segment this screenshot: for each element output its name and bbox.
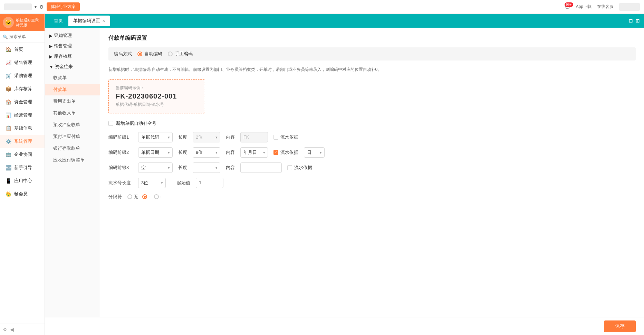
sep-dash-radio[interactable] [154, 194, 159, 199]
sub-menu-expense[interactable]: 费用支出单 [45, 95, 100, 107]
manual-encoding-option[interactable]: 手工编码 [168, 51, 193, 57]
sep-dot-radio[interactable] [142, 194, 147, 199]
save-button[interactable]: 保存 [604, 320, 636, 332]
encoding-type-label: 编码方式 [114, 51, 132, 57]
sub-group-inventory[interactable]: ▶ 库存核算 [45, 51, 100, 62]
sidebar-item-finance[interactable]: 🏠 资金管理 [0, 95, 45, 109]
content2-select[interactable]: 年月日 [240, 147, 268, 158]
tab-minimize-icon[interactable]: ⊟ [629, 18, 633, 24]
top-bar-dropdown[interactable]: ▾ [35, 4, 37, 9]
content1-input[interactable] [240, 132, 268, 142]
message-icon[interactable]: 💬 99+ [565, 4, 570, 9]
sidebar-item-label: 系统管理 [14, 138, 32, 145]
sidebar-item-basic[interactable]: 📋 基础信息 [0, 122, 45, 135]
top-bar-brand [4, 3, 32, 10]
prefix3-select[interactable]: 空 [138, 162, 173, 173]
sidebar-settings-icon[interactable]: ⚙ [3, 327, 7, 332]
sidebar-item-system[interactable]: ⚙️ 系统管理 [0, 135, 45, 148]
sidebar-bottom: ⚙ ◀ [0, 324, 45, 335]
length2-select[interactable]: 8位 [193, 147, 220, 158]
sidebar-item-operation[interactable]: 📊 经营管理 [0, 109, 45, 122]
tab-home[interactable]: 首页 [49, 16, 68, 26]
stream1-row: 流水依据 [273, 134, 298, 140]
tab-close-icon[interactable]: ✕ [102, 19, 105, 23]
tab-bar: 首页 单据编码设置 ✕ ⊟ ⊞ [45, 14, 644, 28]
sub-group-capital[interactable]: ▼ 资金往来 [45, 62, 100, 72]
manual-encoding-radio[interactable] [168, 52, 173, 56]
sub-menu-prepay-pay[interactable]: 预付冲应付单 [45, 131, 100, 142]
stream2-unit-select[interactable]: 日 [304, 147, 325, 158]
stream2-checkbox[interactable]: ✓ [273, 150, 278, 155]
sub-menu-other-income[interactable]: 其他收入单 [45, 107, 100, 119]
serial-length-label: 流水号长度 [108, 180, 133, 186]
sidebar-item-label: 采购管理 [14, 73, 32, 79]
prefix1-select[interactable]: 单据代码 [138, 132, 173, 142]
app-download-link[interactable]: App下载 [576, 4, 592, 10]
sidebar-item-guide[interactable]: 🆕 新手引导 [0, 161, 45, 174]
sep-none-radio[interactable] [127, 194, 132, 199]
arrow-icon: ▼ [49, 64, 54, 69]
prefix2-select[interactable]: 单据日期 [138, 147, 173, 158]
logo-icon: 🐱 [3, 17, 14, 28]
info-text: 新增单据时，'单据编码'自动生成，不可编辑。前缀设置为部门、业务员等档案类，开单… [108, 66, 636, 74]
arrow-icon: ▶ [49, 44, 52, 49]
sales-icon: 📈 [6, 60, 11, 65]
sidebar-item-enterprise[interactable]: 🏢 企业协同 [0, 148, 45, 161]
sub-menu-payment[interactable]: 付款单 [45, 84, 100, 95]
sub-menu-receipt[interactable]: 收款单 [45, 72, 100, 84]
top-bar-left: ▾ ⚙ 体验行业方案 [4, 2, 80, 11]
tab-actions: ⊟ ⊞ [629, 18, 640, 24]
sep-dot-option[interactable]: · [142, 194, 150, 199]
start-value-input[interactable] [196, 178, 223, 188]
logo-text: 畅捷通好生意 标品版 [16, 18, 39, 28]
operation-icon: 📊 [6, 112, 11, 118]
auto-encoding-option[interactable]: 自动编码 [137, 51, 162, 57]
main-area: 首页 单据编码设置 ✕ ⊟ ⊞ ▶ 采购管理 [45, 14, 644, 335]
length1-select[interactable]: 2位 [193, 132, 220, 142]
prefix2-label: 编码前缀2 [108, 149, 133, 156]
length1-label: 长度 [178, 134, 187, 140]
length3-label: 长度 [178, 165, 187, 171]
tab-maximize-icon[interactable]: ⊞ [636, 18, 640, 24]
sub-menu-bank-deposit[interactable]: 银行存取款单 [45, 142, 100, 154]
sub-group-sales[interactable]: ▶ 销售管理 [45, 41, 100, 51]
sidebar-item-label: 销售管理 [14, 59, 32, 66]
sub-menu-ap-adjust[interactable]: 应收应付调整单 [45, 154, 100, 166]
sidebar-item-member[interactable]: 👑 畅会员 [0, 187, 45, 201]
enterprise-icon: 🏢 [6, 152, 11, 157]
length3-select[interactable] [193, 162, 220, 173]
experience-btn[interactable]: 体验行业方案 [47, 2, 80, 11]
content3-input[interactable] [240, 162, 282, 173]
sidebar-collapse-icon[interactable]: ◀ [10, 327, 14, 332]
message-badge: 99+ [565, 2, 573, 7]
stream3-checkbox[interactable] [287, 165, 292, 170]
sidebar-item-label: 畅会员 [14, 191, 28, 197]
sidebar-item-label: 应用中心 [14, 178, 32, 184]
auto-fill-checkbox[interactable] [108, 121, 113, 126]
start-value-label: 起始值 [177, 180, 190, 186]
tab-encoding[interactable]: 单据编码设置 ✕ [68, 16, 110, 26]
sidebar-search[interactable]: 🔍 搜索菜单 [0, 31, 45, 43]
search-icon: 🔍 [3, 35, 8, 39]
serial-length-select[interactable]: 3位 [138, 178, 166, 188]
auto-encoding-radio[interactable] [137, 52, 142, 56]
sep-dash-label: · [160, 194, 162, 199]
sidebar-item-label: 新手引导 [14, 165, 32, 171]
sub-group-purchase[interactable]: ▶ 采购管理 [45, 30, 100, 41]
settings-icon[interactable]: ⚙ [39, 4, 44, 10]
sep-none-option[interactable]: 无 [127, 194, 138, 200]
sidebar-item-sales[interactable]: 📈 销售管理 [0, 56, 45, 69]
online-service-link[interactable]: 在线客服 [597, 4, 614, 10]
sub-menu-prepay-receive[interactable]: 预收冲应收单 [45, 119, 100, 131]
form-row-1: 编码前缀1 单据代码 ▾ 长度 2位 [108, 132, 636, 142]
top-bar: ▾ ⚙ 体验行业方案 💬 99+ App下载 在线客服 [0, 0, 644, 14]
user-info[interactable] [619, 3, 640, 11]
sidebar-item-purchase[interactable]: 🛒 采购管理 [0, 69, 45, 82]
sidebar-item-apps[interactable]: 📱 应用中心 [0, 174, 45, 187]
preview-box: 当前编码示例： FK-20230602-001 单据代码-单据日期-流水号 [108, 79, 205, 113]
sidebar-item-home[interactable]: 🏠 首页 [0, 43, 45, 56]
sep-dash-option[interactable]: · [154, 194, 162, 199]
serial-length-row: 流水号长度 3位 ▾ 起始值 [108, 178, 636, 188]
stream1-checkbox[interactable] [273, 135, 278, 140]
sidebar-item-inventory[interactable]: 📦 库存核算 [0, 82, 45, 95]
